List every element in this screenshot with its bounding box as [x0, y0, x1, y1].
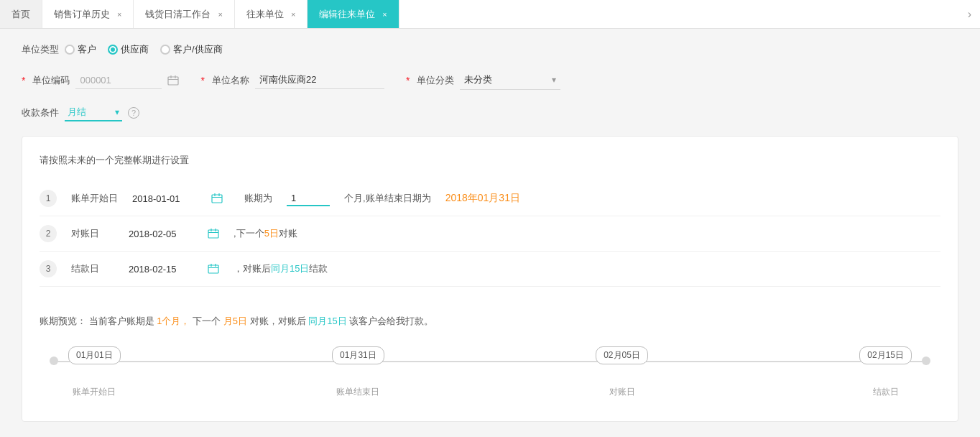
reconcile-desc: ,下一个5日对账 — [234, 227, 297, 240]
timeline-node-2: 02月05日 对账日 — [596, 346, 648, 398]
tab-sales-close[interactable]: × — [117, 10, 121, 19]
period-prefix: 账期为 — [244, 192, 272, 205]
preview-label: 账期预览： — [40, 316, 86, 326]
setting-row-2: 2 对账日 2018-02-05 ,下一个5日对账 — [40, 216, 940, 252]
calendar-icon-3[interactable] — [208, 263, 219, 275]
calendar-icon-1[interactable] — [211, 193, 223, 204]
row-num-2: 2 — [40, 225, 57, 242]
payment-terms-select[interactable]: 月结 ▾ — [65, 104, 122, 121]
svg-rect-12 — [208, 265, 218, 273]
calendar-icon-2[interactable] — [208, 228, 219, 239]
payment-terms-arrow: ▾ — [115, 107, 119, 117]
setting-row-3: 3 结款日 2018-02-15 ，对账后同月15日结款 — [40, 252, 940, 287]
tab-home-label: 首页 — [11, 8, 30, 21]
radio-group: 客户 供应商 客户/供应商 — [65, 43, 223, 56]
tab-partner-close[interactable]: × — [291, 10, 295, 19]
timeline-label-1: 账单结束日 — [336, 386, 379, 398]
timeline-node-1: 01月31日 账单结束日 — [332, 346, 384, 398]
unit-category-select[interactable]: 未分类 ▾ — [460, 70, 560, 90]
row-date-2: 2018-02-05 — [129, 229, 193, 239]
period-input[interactable] — [287, 191, 330, 206]
tab-expand-button[interactable]: › — [959, 0, 980, 28]
svg-rect-4 — [212, 195, 222, 203]
tab-cash-label: 钱货日清工作台 — [145, 8, 211, 21]
unit-code-icon[interactable] — [167, 75, 179, 86]
tab-edit-partner-close[interactable]: × — [382, 10, 387, 19]
period-end-date: 2018年01月31日 — [445, 192, 520, 205]
code-name-row: * 单位编码 * 单位名称 * 单位分类 未分类 ▾ — [22, 70, 958, 90]
tab-bar: 首页 销售订单历史 × 钱货日清工作台 × 往来单位 × 编辑往来单位 × › — [0, 0, 980, 29]
radio-both-circle — [160, 45, 170, 55]
svg-rect-0 — [168, 77, 178, 85]
radio-supplier-label: 供应商 — [121, 43, 149, 56]
unit-name-group: * 单位名称 — [200, 72, 384, 89]
timeline-label-3: 结款日 — [873, 386, 899, 398]
unit-code-group: * 单位编码 — [22, 72, 179, 89]
timeline-node-0: 01月01日 账单开始日 — [68, 346, 121, 398]
unit-name-label: 单位名称 — [212, 74, 249, 87]
preview-section: 账期预览： 当前客户账期是 1个月， 下一个 月5日 对账，对账后 同月15日 … — [40, 301, 940, 404]
tab-sales-history[interactable]: 销售订单历史 × — [42, 0, 134, 28]
payment-terms-value: 月结 — [68, 106, 112, 119]
unit-code-label: 单位编码 — [32, 74, 70, 87]
tab-partner[interactable]: 往来单位 × — [235, 0, 308, 28]
unit-code-required: * — [22, 75, 25, 86]
radio-both[interactable]: 客户/供应商 — [160, 43, 223, 56]
unit-type-row: 单位类型 客户 供应商 客户/供应商 — [22, 43, 958, 56]
unit-category-arrow: ▾ — [552, 75, 556, 85]
timeline-label-2: 对账日 — [609, 386, 635, 398]
payment-row: 收款条件 月结 ▾ ? — [22, 104, 958, 121]
radio-both-label: 客户/供应商 — [173, 43, 223, 56]
row-num-1: 1 — [40, 190, 57, 207]
radio-supplier[interactable]: 供应商 — [108, 43, 149, 56]
timeline-badge-2: 02月05日 — [596, 346, 648, 364]
svg-rect-8 — [208, 230, 218, 238]
timeline-left-dot — [50, 356, 58, 365]
tab-home[interactable]: 首页 — [0, 0, 42, 28]
preview-text-2: 下一个 — [193, 316, 221, 326]
unit-name-input[interactable] — [255, 72, 384, 89]
unit-cat-required: * — [406, 75, 410, 86]
preview-text: 账期预览： 当前客户账期是 1个月， 下一个 月5日 对账，对账后 同月15日 … — [40, 313, 940, 329]
row-label-3: 结款日 — [71, 262, 114, 275]
timeline-nodes: 01月01日 账单开始日 01月31日 账单结束日 02月05日 对账日 02月… — [68, 346, 912, 398]
settings-panel: 请按照未来的一个完整帐期进行设置 1 账单开始日 2018-01-01 账期为 … — [22, 136, 958, 422]
timeline-badge-0: 01月01日 — [68, 346, 121, 364]
row-label-2: 对账日 — [71, 227, 114, 240]
period-unit: 个月,账单结束日期为 — [344, 192, 431, 205]
setting-row-1: 1 账单开始日 2018-01-01 账期为 个月,账单结束日期为 2018年0… — [40, 181, 940, 216]
preview-highlight1: 1个月， — [157, 316, 190, 326]
tab-edit-partner-label: 编辑往来单位 — [319, 8, 375, 21]
tab-sales-label: 销售订单历史 — [54, 8, 110, 21]
main-content: 单位类型 客户 供应商 客户/供应商 * 单位编码 — [0, 29, 980, 437]
row-date-1: 2018-01-01 — [132, 193, 197, 204]
preview-highlight2: 月5日 — [223, 316, 247, 326]
payment-terms-group: 收款条件 月结 ▾ ? — [22, 104, 139, 121]
unit-type-group: 单位类型 客户 供应商 客户/供应商 — [22, 43, 223, 56]
payment-terms-label: 收款条件 — [22, 106, 59, 119]
help-icon[interactable]: ? — [128, 107, 139, 119]
tab-cash-work[interactable]: 钱货日清工作台 × — [134, 0, 234, 28]
unit-code-input[interactable] — [75, 72, 162, 89]
payment-desc: ，对账后同月15日结款 — [234, 262, 328, 275]
preview-highlight3: 同月15日 — [308, 316, 346, 326]
preview-text-4: 该客户会给我打款。 — [349, 316, 433, 326]
row-date-3: 2018-02-15 — [129, 264, 193, 275]
timeline-badge-1: 01月31日 — [332, 346, 384, 364]
timeline: 01月01日 账单开始日 01月31日 账单结束日 02月05日 对账日 02月… — [40, 346, 940, 404]
tab-edit-partner[interactable]: 编辑往来单位 × — [308, 0, 399, 28]
preview-text-1: 当前客户账期是 — [89, 316, 154, 326]
row-label-1: 账单开始日 — [71, 192, 118, 205]
timeline-label-0: 账单开始日 — [73, 386, 116, 398]
unit-type-label: 单位类型 — [22, 43, 59, 56]
radio-customer-label: 客户 — [78, 43, 96, 56]
unit-category-group: * 单位分类 未分类 ▾ — [406, 70, 560, 90]
unit-name-required: * — [200, 75, 204, 86]
radio-supplier-circle — [108, 45, 118, 55]
panel-instruction: 请按照未来的一个完整帐期进行设置 — [40, 154, 940, 167]
tab-partner-label: 往来单位 — [246, 8, 284, 21]
unit-category-value: 未分类 — [464, 73, 547, 86]
timeline-badge-3: 02月15日 — [859, 346, 912, 364]
tab-cash-close[interactable]: × — [218, 10, 222, 19]
radio-customer[interactable]: 客户 — [65, 43, 96, 56]
